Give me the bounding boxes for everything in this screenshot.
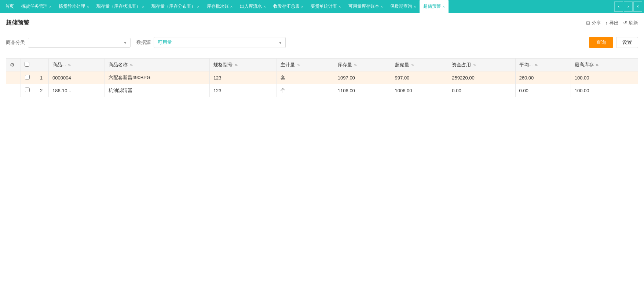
refresh-label: 刷新	[629, 20, 638, 26]
page-title: 超储预警	[6, 19, 29, 27]
close-tab-2[interactable]: ×	[87, 4, 89, 9]
th-avg-sort-icon: ⇅	[535, 63, 538, 67]
td-stock-1: 1097.00	[334, 71, 391, 84]
th-avg[interactable]: 平均... ⇅	[515, 59, 571, 71]
th-avg-label: 平均...	[519, 62, 533, 67]
nav-tab-7[interactable]: 收发存汇总表 ×	[270, 0, 307, 13]
nav-tab-10[interactable]: 保质期查询 ×	[387, 0, 420, 13]
query-button[interactable]: 查询	[589, 37, 613, 48]
td-capital-2: 0.00	[448, 84, 515, 97]
td-capital-1: 259220.00	[448, 71, 515, 84]
th-over-sort-icon: ⇅	[411, 63, 414, 67]
th-over[interactable]: 超储量 ⇅	[391, 59, 448, 71]
header-actions: ⊞ 分享 ↑ 导出 ↺ 刷新	[586, 20, 638, 26]
td-name-2: 机油滤清器	[105, 84, 209, 97]
th-capital[interactable]: 资金占用 ⇅	[448, 59, 515, 71]
th-unit-sort-icon: ⇅	[297, 63, 300, 67]
table-row: 2 186-10... 机油滤清器 123 个 1106.00 1006.00 …	[6, 84, 638, 97]
td-checkbox-1	[21, 71, 34, 84]
th-maxstock-sort-icon: ⇅	[596, 63, 599, 67]
td-unit-2: 个	[277, 84, 334, 97]
refresh-button[interactable]: ↺ 刷新	[623, 20, 638, 26]
category-select[interactable]: ▾	[28, 38, 131, 48]
th-unit[interactable]: 主计量 ⇅	[277, 59, 334, 71]
export-icon: ↑	[605, 20, 608, 26]
nav-tab-5[interactable]: 库存批次账 ×	[203, 0, 236, 13]
page-header: 超储预警 ⊞ 分享 ↑ 导出 ↺ 刷新	[6, 19, 638, 27]
th-code-label: 商品...	[52, 62, 66, 67]
nav-tab-1[interactable]: 拣货任务管理 ×	[18, 0, 55, 13]
nav-tab-4[interactable]: 现存量（库存分布表） ×	[148, 0, 203, 13]
nav-next-button[interactable]: ›	[624, 1, 633, 12]
td-rownum-2: 2	[34, 84, 49, 97]
nav-prev-button[interactable]: ‹	[614, 1, 623, 12]
td-checkbox-2	[21, 84, 34, 97]
row-checkbox-1[interactable]	[25, 75, 30, 79]
datasource-dropdown-icon: ▾	[279, 40, 282, 45]
th-over-label: 超储量	[395, 62, 409, 67]
td-maxstock-1: 100.00	[571, 71, 638, 84]
td-avg-1: 260.00	[515, 71, 571, 84]
top-nav: 首页 拣货任务管理 × 拣货异常处理 × 现存量（库存状况表） × 现存量（库存…	[0, 0, 644, 13]
th-checkbox	[21, 59, 34, 71]
td-settings-1	[6, 71, 21, 84]
settings-button[interactable]: 设置	[616, 37, 638, 48]
datasource-select[interactable]: 可用量 ▾	[154, 37, 286, 48]
td-over-1: 997.00	[391, 71, 448, 84]
td-unit-1: 套	[277, 71, 334, 84]
td-maxstock-2: 100.00	[571, 84, 638, 97]
close-tab-1[interactable]: ×	[49, 4, 51, 9]
th-code-sort-icon: ⇅	[68, 63, 71, 67]
table-body: 1 0000004 六配套新昌490BPG 123 套 1097.00 997.…	[6, 71, 638, 97]
td-code-1: 0000004	[49, 71, 105, 84]
th-stock[interactable]: 库存量 ⇅	[334, 59, 391, 71]
share-icon: ⊞	[586, 20, 590, 26]
th-stock-sort-icon: ⇅	[354, 63, 357, 67]
page-content: 超储预警 ⊞ 分享 ↑ 导出 ↺ 刷新 商品分类 ▾ 数据源	[0, 13, 644, 293]
export-button[interactable]: ↑ 导出	[605, 20, 619, 26]
nav-tab-2[interactable]: 拣货异常处理 ×	[55, 0, 92, 13]
close-tab-9[interactable]: ×	[381, 4, 383, 9]
select-all-checkbox[interactable]	[25, 62, 29, 67]
datasource-label: 数据源	[136, 39, 151, 46]
td-name-1: 六配套新昌490BPG	[105, 71, 209, 84]
th-name[interactable]: 商品名称 ⇅	[105, 59, 209, 71]
td-avg-2: 0.00	[515, 84, 571, 97]
close-tab-4[interactable]: ×	[197, 4, 199, 9]
close-tab-10[interactable]: ×	[414, 4, 416, 9]
nav-tab-3[interactable]: 现存量（库存状况表） ×	[93, 0, 148, 13]
td-settings-2	[6, 84, 21, 97]
nav-tab-active[interactable]: 超储预警 ×	[420, 0, 448, 13]
nav-tab-9[interactable]: 可用量库存账本 ×	[345, 0, 387, 13]
th-capital-label: 资金占用	[452, 62, 471, 67]
th-spec-label: 规格型号	[213, 62, 233, 67]
close-tab-7[interactable]: ×	[301, 4, 303, 9]
close-tab-6[interactable]: ×	[263, 4, 266, 9]
close-tab-8[interactable]: ×	[339, 4, 341, 9]
th-name-sort-icon: ⇅	[130, 63, 133, 67]
table-header: ⚙ 商品... ⇅ 商品名称 ⇅ 规格型号 ⇅	[6, 59, 638, 71]
nav-tab-8[interactable]: 要货单统计表 ×	[307, 0, 344, 13]
td-rownum-1: 1	[34, 71, 49, 84]
share-button[interactable]: ⊞ 分享	[586, 20, 601, 26]
category-filter: 商品分类 ▾	[6, 38, 131, 48]
close-tab-active[interactable]: ×	[442, 4, 444, 9]
th-maxstock[interactable]: 最高库存 ⇅	[571, 59, 638, 71]
nav-tab-6[interactable]: 出入库流水 ×	[236, 0, 269, 13]
close-tab-5[interactable]: ×	[230, 4, 233, 9]
nav-close-button[interactable]: ×	[633, 1, 642, 12]
datasource-filter: 数据源 可用量 ▾	[136, 37, 286, 48]
settings-gear-icon[interactable]: ⚙	[10, 62, 15, 68]
row-checkbox-2[interactable]	[25, 88, 30, 92]
datasource-value: 可用量	[158, 39, 172, 46]
th-rownum	[34, 59, 49, 71]
close-tab-3[interactable]: ×	[142, 4, 144, 9]
td-spec-2: 123	[209, 84, 277, 97]
td-spec-1: 123	[209, 71, 277, 84]
category-label: 商品分类	[6, 39, 25, 46]
th-spec[interactable]: 规格型号 ⇅	[209, 59, 277, 71]
th-spec-sort-icon: ⇅	[235, 63, 238, 67]
th-code[interactable]: 商品... ⇅	[49, 59, 105, 71]
nav-tab-home[interactable]: 首页	[1, 0, 18, 13]
td-stock-2: 1106.00	[334, 84, 391, 97]
